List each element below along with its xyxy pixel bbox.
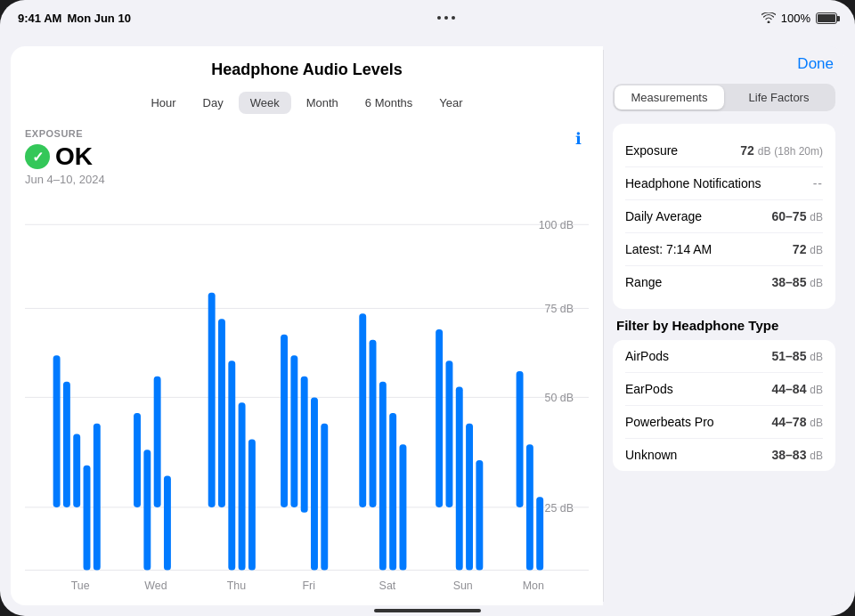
stat-label-exposure: Exposure bbox=[625, 143, 678, 158]
stat-row-notifications: Headphone Notifications -- bbox=[625, 167, 823, 200]
status-right: 100% bbox=[761, 12, 837, 25]
svg-rect-26 bbox=[311, 397, 318, 570]
filter-value-earpods: 44–84 dB bbox=[771, 382, 823, 396]
dot3 bbox=[452, 16, 455, 20]
status-left: 9:41 AM Mon Jun 10 bbox=[18, 12, 131, 25]
filter-row-powerbeats: Powerbeats Pro 44–78 dB bbox=[625, 406, 823, 439]
svg-rect-21 bbox=[239, 402, 246, 570]
tab-selector: Measurements Life Factors bbox=[613, 84, 835, 111]
svg-rect-16 bbox=[154, 377, 161, 507]
tab-life-factors[interactable]: Life Factors bbox=[724, 85, 834, 109]
svg-rect-36 bbox=[466, 424, 473, 571]
dot2 bbox=[444, 16, 448, 20]
stat-label-range: Range bbox=[625, 275, 662, 289]
stat-row-range: Range 38–85 dB bbox=[625, 266, 823, 298]
filter-value-unknown: 38–83 dB bbox=[771, 448, 823, 462]
home-indicator bbox=[374, 609, 481, 612]
svg-text:Mon: Mon bbox=[523, 579, 544, 591]
svg-rect-28 bbox=[359, 313, 366, 507]
svg-rect-34 bbox=[445, 361, 452, 507]
stat-value-range: 38–85 dB bbox=[771, 275, 823, 289]
ipad-frame: 9:41 AM Mon Jun 10 100% Headphone bbox=[0, 0, 855, 616]
info-button[interactable]: ℹ bbox=[567, 128, 589, 150]
content-area: Headphone Audio Levels Hour Day Week Mon… bbox=[0, 36, 855, 616]
svg-rect-31 bbox=[389, 413, 396, 570]
battery-fill bbox=[818, 14, 835, 22]
filter-label-earpods: EarPods bbox=[625, 382, 673, 396]
status-bar: 9:41 AM Mon Jun 10 100% bbox=[0, 0, 855, 36]
stat-row-latest: Latest: 7:14 AM 72 dB bbox=[625, 233, 823, 266]
filter-card: AirPods 51–85 dB EarPods 44–84 dB Powerb… bbox=[613, 340, 835, 471]
time-btn-month[interactable]: Month bbox=[295, 92, 350, 114]
measurements-card: Exposure 72 dB (18h 20m) Headphone Notif… bbox=[613, 124, 835, 309]
exposure-status: ✓ OK bbox=[25, 142, 589, 171]
svg-rect-32 bbox=[399, 444, 406, 570]
svg-rect-10 bbox=[63, 382, 70, 507]
filter-value-airpods: 51–85 dB bbox=[771, 349, 823, 363]
stat-label-latest: Latest: 7:14 AM bbox=[625, 242, 712, 256]
exposure-label: EXPOSURE bbox=[25, 128, 589, 139]
svg-rect-23 bbox=[281, 335, 288, 507]
stat-value-latest: 72 dB bbox=[793, 242, 823, 256]
time-selector: Hour Day Week Month 6 Months Year bbox=[25, 92, 589, 114]
filter-value-powerbeats: 44–78 dB bbox=[771, 415, 823, 429]
svg-rect-18 bbox=[208, 293, 216, 507]
filter-row-airpods: AirPods 51–85 dB bbox=[625, 340, 823, 373]
svg-text:Tue: Tue bbox=[71, 579, 90, 591]
page-title: Headphone Audio Levels bbox=[25, 61, 589, 79]
filter-label-unknown: Unknown bbox=[625, 448, 677, 462]
svg-rect-25 bbox=[301, 377, 308, 513]
svg-rect-33 bbox=[436, 329, 443, 507]
battery-percentage: 100% bbox=[781, 12, 810, 25]
svg-text:50 dB: 50 dB bbox=[545, 392, 574, 404]
svg-rect-9 bbox=[53, 355, 61, 507]
status-time: 9:41 AM bbox=[18, 12, 61, 25]
svg-rect-22 bbox=[248, 439, 256, 570]
filter-row-earpods: EarPods 44–84 dB bbox=[625, 373, 823, 406]
svg-rect-29 bbox=[370, 340, 377, 507]
svg-rect-39 bbox=[526, 444, 533, 570]
right-panel: Done Measurements Life Factors Exposure … bbox=[604, 46, 844, 605]
green-check-icon: ✓ bbox=[25, 144, 50, 169]
status-date: Mon Jun 10 bbox=[67, 12, 131, 25]
chart-svg: 100 dB 75 dB 50 dB 25 dB bbox=[25, 193, 589, 591]
time-btn-week[interactable]: Week bbox=[239, 92, 291, 114]
battery-icon bbox=[816, 12, 837, 24]
time-btn-hour[interactable]: Hour bbox=[139, 92, 187, 114]
svg-text:75 dB: 75 dB bbox=[545, 303, 574, 315]
time-btn-6months[interactable]: 6 Months bbox=[354, 92, 424, 114]
filter-row-unknown: Unknown 38–83 dB bbox=[625, 439, 823, 471]
svg-rect-38 bbox=[517, 371, 524, 507]
right-header: Done bbox=[604, 46, 844, 84]
wifi-icon bbox=[761, 12, 776, 23]
chart-container: 100 dB 75 dB 50 dB 25 dB bbox=[25, 193, 589, 591]
svg-text:100 dB: 100 dB bbox=[539, 219, 574, 231]
svg-rect-17 bbox=[164, 476, 171, 571]
filter-label-airpods: AirPods bbox=[625, 349, 669, 363]
status-center bbox=[437, 16, 455, 20]
stat-row-daily-avg: Daily Average 60–75 dB bbox=[625, 200, 823, 233]
svg-text:Sat: Sat bbox=[379, 579, 396, 591]
svg-rect-14 bbox=[134, 413, 141, 507]
svg-rect-30 bbox=[379, 382, 387, 571]
svg-text:Thu: Thu bbox=[227, 579, 246, 591]
exposure-ok-text: OK bbox=[55, 142, 93, 171]
svg-rect-24 bbox=[290, 355, 297, 507]
svg-rect-12 bbox=[84, 466, 91, 571]
dot1 bbox=[437, 16, 441, 20]
svg-rect-19 bbox=[218, 319, 225, 507]
time-btn-day[interactable]: Day bbox=[191, 92, 235, 114]
svg-text:Fri: Fri bbox=[303, 579, 315, 591]
done-button[interactable]: Done bbox=[797, 55, 834, 73]
stat-label-notifications: Headphone Notifications bbox=[625, 176, 761, 190]
tab-measurements[interactable]: Measurements bbox=[615, 85, 724, 109]
stat-label-daily-avg: Daily Average bbox=[625, 209, 702, 223]
filter-section-title: Filter by Headphone Type bbox=[613, 318, 835, 333]
time-btn-year[interactable]: Year bbox=[428, 92, 474, 114]
svg-rect-15 bbox=[143, 450, 151, 570]
svg-rect-11 bbox=[73, 434, 80, 507]
svg-rect-35 bbox=[456, 387, 463, 571]
svg-text:Wed: Wed bbox=[144, 579, 167, 591]
stat-value-notifications: -- bbox=[813, 176, 823, 190]
svg-rect-20 bbox=[228, 361, 235, 570]
